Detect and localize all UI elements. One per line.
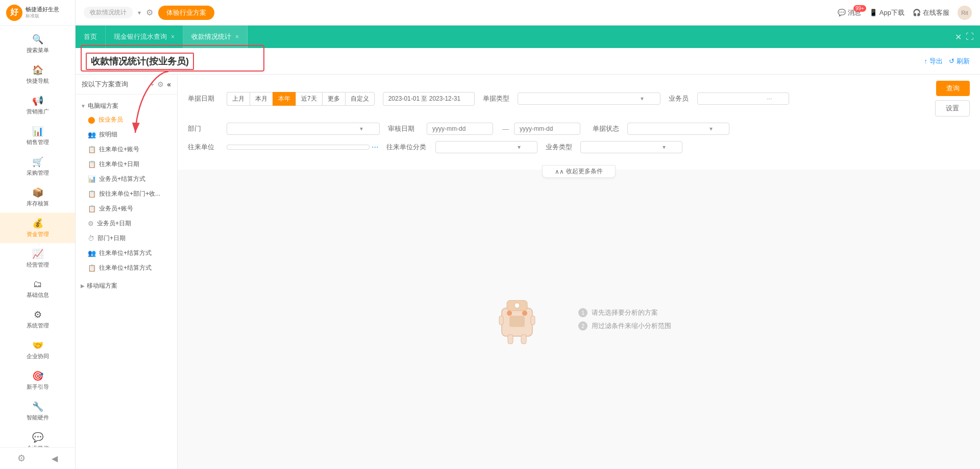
sidebar-settings-btn[interactable]: ⚙: [17, 453, 26, 464]
page-content: 收款情况统计(按业务员) ↑ 导出 ↺ 刷新 按以下方案查询 +: [76, 48, 980, 469]
bell-icon: 💬: [838, 9, 846, 16]
sidebar-label-enterprise: 企业协同: [27, 353, 49, 360]
page-title-actions: ↑ 导出 ↺ 刷新: [924, 57, 970, 66]
scheme-group-desktop-header[interactable]: ▼ 电脑端方案: [76, 100, 177, 112]
scheme-item-partner-settlement2-label: 往来单位+结算方式: [99, 264, 152, 272]
svg-point-2: [507, 311, 512, 316]
marketing-icon: 📢: [32, 95, 43, 106]
review-date-end[interactable]: [514, 123, 580, 135]
chevron-down-category-icon: ▾: [518, 144, 521, 151]
date-btn-7days[interactable]: 近7天: [296, 92, 322, 106]
scheme-button[interactable]: 体验行业方案: [158, 6, 214, 20]
collapse-filter-button[interactable]: ∧∧ 收起更多条件: [542, 165, 616, 178]
scheme-item-by-partner-dept[interactable]: 📋 按往来单位+部门+收...: [76, 186, 177, 201]
tab-collection-close[interactable]: ×: [235, 33, 239, 40]
notification-button[interactable]: 💬 消息 99+: [838, 8, 861, 17]
tab-maximize-btn[interactable]: ⛶: [966, 32, 974, 41]
scheme-item-salesperson-date-label: 业务员+日期: [97, 219, 131, 228]
date-btn-this-year[interactable]: 本年: [273, 92, 296, 106]
scheme-item-partner-settlement1[interactable]: 👥 往来单位+结算方式: [76, 246, 177, 261]
tab-home[interactable]: 首页: [76, 26, 106, 48]
sidebar-label-wechat: 企业微信: [27, 444, 49, 447]
sidebar-item-finance[interactable]: 💰 资金管理: [0, 213, 75, 243]
sidebar-item-hardware[interactable]: 🔧 智能硬件: [0, 396, 75, 427]
sidebar-label-newbie: 新手引导: [27, 383, 49, 391]
header-dropdown-arrow[interactable]: ▾: [138, 9, 141, 16]
department-select[interactable]: ▾: [227, 123, 380, 135]
tab-close-btn[interactable]: ✕: [955, 32, 962, 42]
scheme-item-by-salesperson[interactable]: ⬤ 按业务员: [76, 112, 177, 127]
scheme-collapse-btn[interactable]: «: [167, 80, 171, 88]
header-gear-btn[interactable]: ⚙: [146, 8, 153, 17]
app-download-button[interactable]: 📱 App下载: [869, 8, 904, 17]
query-button[interactable]: 查询: [936, 81, 970, 96]
scheme-item-partner-settlement2[interactable]: 📋 往来单位+结算方式: [76, 261, 177, 275]
sidebar-item-operations[interactable]: 📈 经营管理: [0, 243, 75, 274]
sidebar-item-enterprise[interactable]: 🤝 企业协同: [0, 335, 75, 365]
scheme-group-mobile-header[interactable]: ▶ 移动端方案: [76, 279, 177, 292]
sidebar-item-newbie[interactable]: 🎯 新手引导: [0, 365, 75, 396]
scheme-add-btn[interactable]: +: [150, 80, 154, 88]
doc-status-label: 单据状态: [593, 124, 619, 133]
partner-category-select[interactable]: ▾: [435, 141, 537, 153]
scheme-item-partner-date[interactable]: 📋 往来单位+日期: [76, 157, 177, 172]
sidebar-item-basic-info[interactable]: 🗂 基础信息: [0, 274, 75, 304]
sidebar-item-system[interactable]: ⚙ 系统管理: [0, 304, 75, 335]
date-btn-last-month[interactable]: 上月: [227, 92, 250, 106]
scheme-item-partner-account[interactable]: 📋 往来单位+账号: [76, 142, 177, 157]
scheme-panel-header: 按以下方案查询 + ⚙ «: [76, 75, 177, 95]
home-icon: 🏠: [32, 64, 43, 76]
sidebar-label-operations: 经营管理: [27, 261, 49, 269]
sidebar-item-marketing[interactable]: 📢 营销推广: [0, 90, 75, 121]
date-btn-more[interactable]: 更多: [322, 92, 345, 106]
chevron-down-business-icon: ▾: [663, 144, 666, 151]
tab-bank-flow-close[interactable]: ×: [171, 33, 175, 40]
online-service-button[interactable]: 🎧 在线客服: [913, 8, 949, 17]
document-type-select[interactable]: ▾: [518, 92, 660, 105]
business-type-select[interactable]: ▾: [580, 141, 682, 153]
date-btn-custom[interactable]: 自定义: [345, 92, 375, 106]
sidebar-item-inventory[interactable]: 📦 库存核算: [0, 182, 75, 213]
scheme-settings-btn[interactable]: ⚙: [157, 80, 164, 88]
refresh-button[interactable]: ↺ 刷新: [949, 57, 970, 66]
partner-dots-btn[interactable]: ···: [372, 143, 378, 152]
sidebar-label-purchase: 采购管理: [27, 169, 49, 177]
app-download-label: App下载: [879, 8, 904, 17]
scheme-item-salesperson-settlement[interactable]: 📊 业务员+结算方式: [76, 172, 177, 186]
tab-bank-flow[interactable]: 现金银行流水查询 ×: [106, 26, 183, 48]
empty-tips: 1 请先选择要分析的方案 2 用过滤条件来缩小分析范围: [578, 308, 671, 331]
svg-rect-5: [531, 316, 535, 325]
tab-bar: 首页 现金银行流水查询 × 收款情况统计 × ✕ ⛶: [76, 26, 980, 48]
partner-input[interactable]: [227, 145, 370, 150]
filter-row-dept: 部门 ▾ 审核日期 📅 — 📅 单据状: [188, 123, 970, 135]
user-avatar[interactable]: Rit: [958, 6, 972, 20]
salesperson-select[interactable]: ···: [697, 92, 789, 105]
date-btn-this-month[interactable]: 本月: [250, 92, 273, 106]
scheme-item-partner-account-label: 往来单位+账号: [99, 145, 139, 154]
partner-settlement1-icon: 👥: [88, 249, 96, 257]
sidebar-item-quick-nav[interactable]: 🏠 快捷导航: [0, 59, 75, 90]
scheme-item-salesperson-date[interactable]: ⚙ 业务员+日期: [76, 216, 177, 231]
scheme-item-dept-date[interactable]: ⏱ 部门+日期: [76, 231, 177, 246]
settings-button[interactable]: 设置: [935, 100, 970, 116]
salesperson-date-icon: ⚙: [88, 220, 94, 227]
scheme-item-salesperson-account[interactable]: 📋 业务员+账号: [76, 201, 177, 216]
document-status-select[interactable]: ▾: [627, 123, 729, 135]
sidebar-item-sales[interactable]: 📊 销售管理: [0, 121, 75, 151]
sidebar-bottom: ⚙ ◀: [0, 447, 75, 469]
tab-collection[interactable]: 收款情况统计 ×: [183, 26, 248, 48]
sidebar-item-search[interactable]: 🔍 搜索菜单: [0, 29, 75, 59]
scheme-item-by-detail[interactable]: 👥 按明细: [76, 127, 177, 142]
scheme-group-mobile-label: 移动端方案: [87, 282, 117, 290]
sidebar-label-basic-info: 基础信息: [27, 291, 49, 299]
scheme-item-partner-settlement1-label: 往来单位+结算方式: [99, 249, 152, 257]
review-date-range: 📅 — 📅: [427, 123, 584, 135]
sidebar-item-wechat[interactable]: 💬 企业微信: [0, 427, 75, 447]
sidebar-collapse-btn[interactable]: ◀: [52, 454, 58, 463]
review-date-start[interactable]: [427, 123, 493, 135]
service-icon: 🎧: [913, 9, 921, 16]
chevron-down-icon: ▼: [81, 103, 86, 109]
sidebar-item-purchase[interactable]: 🛒 采购管理: [0, 151, 75, 182]
date-range-display: 2023-01-01 至 2023-12-31: [383, 92, 475, 106]
export-button[interactable]: ↑ 导出: [924, 57, 943, 66]
